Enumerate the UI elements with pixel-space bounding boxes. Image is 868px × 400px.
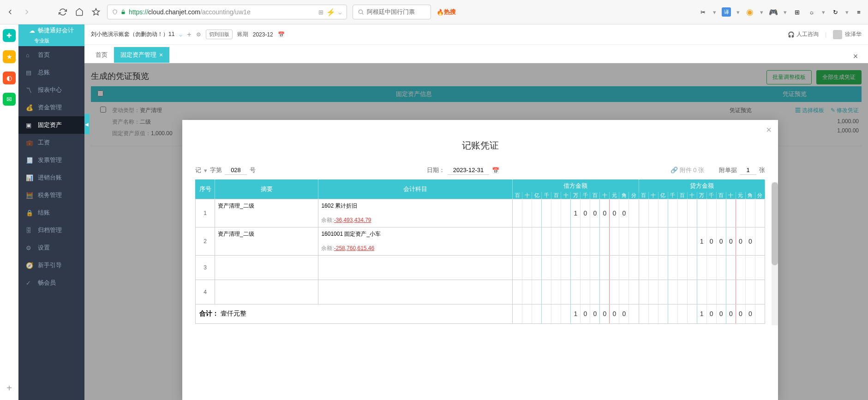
qr-icon[interactable]: ⊞ [318,9,323,16]
url-bar[interactable]: https://cloud.chanjet.com/accounting/uw1… [107,5,347,19]
svg-rect-0 [122,12,125,14]
refresh-button[interactable] [57,6,68,18]
history-icon[interactable]: ↻ [831,7,840,17]
forward-button[interactable] [21,6,32,18]
wallet-icon[interactable]: ◉ [745,7,754,17]
url-text: https://cloud.chanjet.com/accounting/uw1… [129,8,251,16]
search-icon [358,9,364,15]
scissors-icon[interactable]: ✂ [698,7,707,17]
svg-point-1 [359,10,362,13]
home-button[interactable] [74,6,85,18]
hot-search-tag[interactable]: 🔥热搜 [437,8,456,16]
bolt-icon[interactable]: ⚡ [326,8,335,17]
back-button[interactable] [5,6,16,18]
shield-icon [112,9,118,15]
favorite-button[interactable] [90,6,102,18]
lock-icon [120,9,126,15]
brightness-icon[interactable]: ☼ [807,7,816,17]
search-box[interactable]: 阿根廷中国行门票 [353,5,431,19]
menu-icon[interactable]: ≡ [854,7,863,17]
browser-toolbar: https://cloud.chanjet.com/accounting/uw1… [0,0,868,24]
chevron-down-icon[interactable]: ⌵ [338,9,342,16]
search-placeholder: 阿根廷中国行门票 [367,8,415,16]
game-icon[interactable]: 🎮 [769,7,778,17]
translate-icon[interactable]: 译 [722,7,731,17]
apps-icon[interactable]: ⊞ [792,7,802,17]
